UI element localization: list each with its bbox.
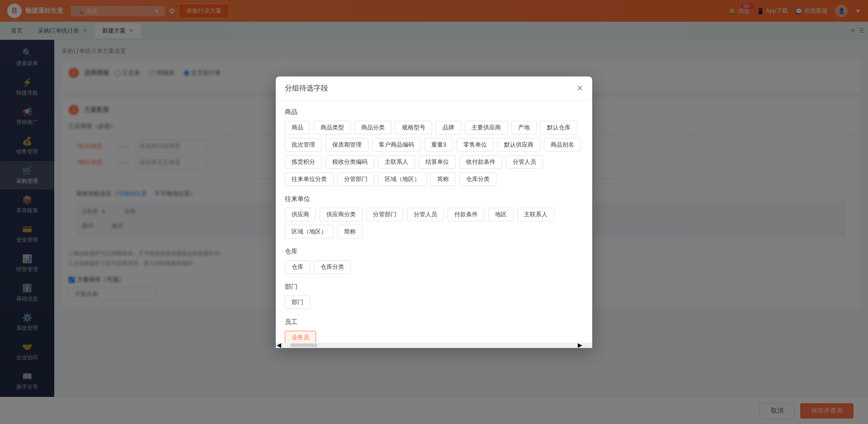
modal-title: 分组待选字段: [285, 84, 328, 93]
tag-商品分类[interactable]: 商品分类: [354, 121, 392, 134]
modal-section-部门: 部门部门: [285, 283, 583, 309]
tag-保质期管理[interactable]: 保质期管理: [326, 138, 368, 152]
tag-部门[interactable]: 部门: [285, 295, 310, 309]
tag-结算单位[interactable]: 结算单位: [419, 155, 456, 169]
section-title-员工: 员工: [285, 318, 583, 326]
modal-section-仓库: 仓库仓库仓库分类: [285, 248, 583, 274]
tag-往来单位分类[interactable]: 往来单位分类: [285, 172, 334, 186]
tag-零售单位[interactable]: 零售单位: [457, 138, 494, 152]
modal-section-员工: 员工业务员: [285, 318, 583, 343]
tag-默认供应商[interactable]: 默认供应商: [497, 138, 540, 152]
h-scroll-left-arrow[interactable]: ◀: [277, 342, 290, 348]
tag-简称[interactable]: 简称: [430, 172, 456, 186]
tag-付款条件[interactable]: 付款条件: [448, 208, 485, 221]
modal-header: 分组待选字段 ✕: [276, 76, 592, 101]
tags-grid-商品: 商品商品类型商品分类规格型号品牌主要供应商产地默认仓库批次管理保质期管理客户商品…: [285, 121, 583, 186]
tag-业务员[interactable]: 业务员: [285, 331, 316, 343]
tag-区域（地区）[interactable]: 区域（地区）: [378, 172, 427, 186]
tag-分管部门[interactable]: 分管部门: [366, 208, 403, 221]
modal-dialog: 分组待选字段 ✕ 商品商品商品类型商品分类规格型号品牌主要供应商产地默认仓库批次…: [276, 76, 592, 348]
tags-grid-往来单位: 供应商供应商分类分管部门分管人员付款条件地区主联系人区域（地区）简称: [285, 208, 583, 238]
tag-规格型号[interactable]: 规格型号: [395, 121, 432, 134]
modal-overlay: 分组待选字段 ✕ 商品商品商品类型商品分类规格型号品牌主要供应商产地默认仓库批次…: [0, 0, 868, 424]
tag-分管人员[interactable]: 分管人员: [407, 208, 444, 221]
tag-拣货积分[interactable]: 拣货积分: [285, 155, 322, 169]
tags-grid-员工: 业务员: [285, 331, 583, 343]
tag-商品类型[interactable]: 商品类型: [314, 121, 351, 134]
tag-简称[interactable]: 简称: [337, 225, 363, 238]
tag-主要供应商[interactable]: 主要供应商: [465, 121, 508, 134]
tag-供应商[interactable]: 供应商: [285, 208, 316, 221]
tag-重量3[interactable]: 重量3: [425, 138, 453, 152]
tag-主联系人[interactable]: 主联系人: [517, 208, 554, 221]
h-scroll-right-arrow[interactable]: ▶: [578, 342, 591, 348]
modal-horizontal-scrollbar[interactable]: ◀ ▶: [276, 343, 592, 348]
tag-商品[interactable]: 商品: [285, 121, 310, 134]
tags-grid-部门: 部门: [285, 295, 583, 309]
section-title-商品: 商品: [285, 108, 583, 116]
tags-grid-仓库: 仓库仓库分类: [285, 260, 583, 274]
section-title-部门: 部门: [285, 283, 583, 291]
modal-body: 商品商品商品类型商品分类规格型号品牌主要供应商产地默认仓库批次管理保质期管理客户…: [276, 101, 592, 343]
tag-供应商分类[interactable]: 供应商分类: [320, 208, 363, 221]
modal-close-button[interactable]: ✕: [576, 84, 583, 92]
tag-收付款条件[interactable]: 收付款条件: [459, 155, 502, 169]
modal-section-商品: 商品商品商品类型商品分类规格型号品牌主要供应商产地默认仓库批次管理保质期管理客户…: [285, 108, 583, 186]
tag-主联系人[interactable]: 主联系人: [378, 155, 415, 169]
tag-地区[interactable]: 地区: [488, 208, 514, 221]
tag-客户商品编码[interactable]: 客户商品编码: [372, 138, 421, 152]
section-title-仓库: 仓库: [285, 248, 583, 256]
tag-默认仓库[interactable]: 默认仓库: [540, 121, 577, 134]
tag-区域（地区）[interactable]: 区域（地区）: [285, 225, 334, 238]
tag-分管人员[interactable]: 分管人员: [506, 155, 543, 169]
modal-section-往来单位: 往来单位供应商供应商分类分管部门分管人员付款条件地区主联系人区域（地区）简称: [285, 195, 583, 238]
tag-分管部门[interactable]: 分管部门: [337, 172, 374, 186]
h-scroll-thumb[interactable]: [290, 343, 317, 347]
tag-品牌[interactable]: 品牌: [436, 121, 461, 134]
section-title-往来单位: 往来单位: [285, 195, 583, 203]
tag-税收分类编码[interactable]: 税收分类编码: [326, 155, 374, 169]
tag-仓库[interactable]: 仓库: [285, 260, 310, 274]
tag-批次管理[interactable]: 批次管理: [285, 138, 322, 152]
tag-产地[interactable]: 产地: [511, 121, 537, 134]
tag-商品别名[interactable]: 商品别名: [544, 138, 581, 152]
tag-仓库分类[interactable]: 仓库分类: [459, 172, 496, 186]
tag-仓库分类[interactable]: 仓库分类: [314, 260, 351, 274]
